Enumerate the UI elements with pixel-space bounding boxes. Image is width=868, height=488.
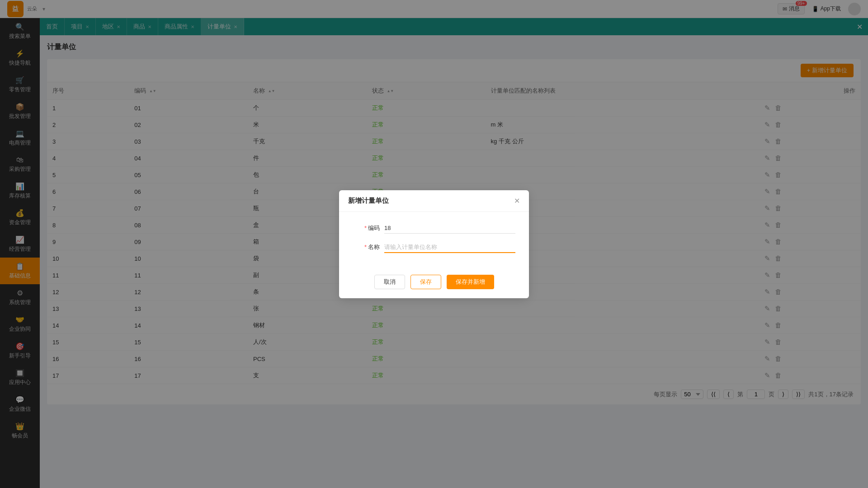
name-label: 名称 [353,243,380,251]
modal-overlay[interactable]: 新增计量单位 ✕ 编码 名称 取消 保存 保存并新增 [0,0,868,488]
modal-close-button[interactable]: ✕ [514,197,520,205]
modal-title: 新增计量单位 [348,197,389,205]
modal-body: 编码 名称 [339,212,529,268]
code-label: 编码 [353,224,380,232]
modal-footer: 取消 保存 保存并新增 [339,268,529,298]
name-form-row: 名称 [353,242,515,253]
code-form-row: 编码 [353,223,515,234]
save-and-new-button[interactable]: 保存并新增 [447,275,494,289]
code-input[interactable] [384,223,515,234]
modal-header: 新增计量单位 ✕ [339,190,529,212]
cancel-button[interactable]: 取消 [374,275,405,289]
save-button[interactable]: 保存 [410,275,441,289]
add-unit-modal: 新增计量单位 ✕ 编码 名称 取消 保存 保存并新增 [339,190,529,298]
name-input[interactable] [384,242,515,253]
